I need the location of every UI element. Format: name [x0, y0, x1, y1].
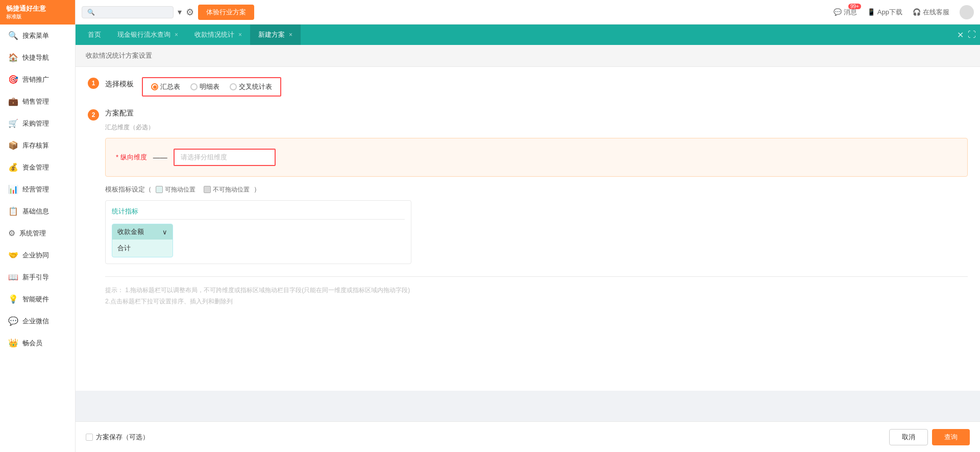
draggable-label: 可拖动位置: [165, 185, 195, 194]
metrics-close-paren: ）: [254, 185, 260, 194]
tab-collection[interactable]: 收款情况统计 ×: [186, 25, 250, 45]
sidebar-item-label: 企业微信: [22, 317, 49, 326]
purchase-icon: 🛒: [8, 118, 18, 128]
tab-close-icon[interactable]: ×: [175, 31, 178, 38]
logo-sub: 标准版: [6, 13, 46, 20]
metrics-title: 统计指标: [112, 207, 405, 220]
message-icon: 💬: [834, 8, 842, 16]
query-button[interactable]: 查询: [932, 429, 970, 445]
sidebar-item-hardware[interactable]: 💡 智能硬件: [0, 288, 75, 310]
sidebar-item-sales[interactable]: 💼 销售管理: [0, 90, 75, 112]
sidebar-item-finance[interactable]: 💰 资金管理: [0, 156, 75, 178]
step1-badge: 1: [88, 78, 99, 89]
main-area: 🔍 ▾ ⚙ 体验行业方案 💬 消息 99+ 📱 App下载 🎧 在线客服: [76, 0, 980, 452]
tab-label: 首页: [88, 30, 101, 39]
logo-text: 畅捷通好生意: [6, 4, 46, 13]
sidebar-item-wechat[interactable]: 💬 企业微信: [0, 310, 75, 332]
toggle-draggable: 可拖动位置: [156, 185, 195, 194]
radio-dot: [153, 85, 157, 89]
dropdown-icon[interactable]: ▾: [178, 7, 182, 17]
content-area: 收款情况统计方案设置 1 选择模板: [76, 45, 980, 421]
download-icon: 📱: [867, 8, 875, 16]
tab-home[interactable]: 首页: [80, 25, 109, 45]
page-breadcrumb: 收款情况统计方案设置: [76, 45, 980, 67]
hardware-icon: 💡: [8, 294, 18, 304]
sidebar-item-guide[interactable]: 📖 新手引导: [0, 266, 75, 288]
metric-dropdown-icon[interactable]: ∨: [162, 228, 167, 236]
sidebar-item-enterprise[interactable]: 🤝 企业协同: [0, 244, 75, 266]
sidebar-item-label: 系统管理: [19, 229, 46, 238]
search-icon: 🔍: [8, 31, 18, 40]
form-section: 1 选择模板 汇总表: [76, 67, 980, 329]
sidebar-item-marketing[interactable]: 🎯 营销推广: [0, 68, 75, 90]
dimension-row: * 纵向维度 —— 请选择分组维度: [116, 149, 957, 166]
marketing-icon: 🎯: [8, 75, 18, 84]
close-window-icon[interactable]: ✕: [957, 30, 964, 40]
metrics-header: 模板指标设定（ 可拖动位置 不可拖动位置 ）: [105, 185, 968, 194]
management-icon: 📊: [8, 184, 18, 194]
metric-card-sub: 合计: [117, 244, 131, 252]
header: 🔍 ▾ ⚙ 体验行业方案 💬 消息 99+ 📱 App下载 🎧 在线客服: [76, 0, 980, 25]
inventory-icon: 📦: [8, 140, 18, 150]
settings-icon[interactable]: ⚙: [186, 7, 194, 18]
download-btn[interactable]: 📱 App下载: [867, 8, 902, 17]
sidebar-item-management[interactable]: 📊 经营管理: [0, 178, 75, 200]
cancel-button[interactable]: 取消: [889, 429, 928, 445]
tab-close-icon[interactable]: ×: [289, 31, 292, 38]
sidebar-item-purchase[interactable]: 🛒 采购管理: [0, 112, 75, 134]
tab-new-plan[interactable]: 新建方案 ×: [250, 25, 301, 45]
sidebar-item-label: 销售管理: [22, 97, 49, 106]
tab-bar: 首页 现金银行流水查询 × 收款情况统计 × 新建方案 × ✕ ⛶: [76, 25, 980, 45]
tab-label: 收款情况统计: [194, 30, 234, 39]
sidebar-item-basics[interactable]: 📋 基础信息: [0, 200, 75, 222]
nodrag-label: 不可拖动位置: [213, 185, 250, 194]
dimension-placeholder: 请选择分组维度: [181, 153, 227, 161]
radio-label: 汇总表: [160, 82, 180, 91]
dimension-area: * 纵向维度 —— 请选择分组维度: [105, 138, 968, 177]
guide-icon: 📖: [8, 272, 18, 282]
radio-circle: [151, 83, 158, 90]
save-checkbox[interactable]: 方案保存（可选）: [86, 433, 149, 442]
sidebar-item-member[interactable]: 👑 畅会员: [0, 332, 75, 354]
radio-cross[interactable]: 交叉统计表: [230, 82, 272, 91]
wechat-icon: 💬: [8, 316, 18, 326]
metrics-section: 模板指标设定（ 可拖动位置 不可拖动位置 ）: [105, 185, 968, 264]
sidebar-item-label: 畅会员: [22, 339, 42, 348]
sidebar-item-label: 资金管理: [22, 163, 49, 172]
message-btn[interactable]: 💬 消息 99+: [834, 8, 857, 17]
sidebar: 畅捷通好生意 标准版 🔍 搜索菜单 🏠 快捷导航 🎯 营销推广 💼 销售管理 🛒…: [0, 0, 76, 452]
tab-cashflow[interactable]: 现金银行流水查询 ×: [109, 25, 186, 45]
dimension-arrow: ——: [153, 153, 167, 161]
finance-icon: 💰: [8, 162, 18, 172]
tab-bar-actions: ✕ ⛶: [957, 30, 976, 40]
tab-close-icon[interactable]: ×: [238, 31, 242, 38]
tips-line1: 提示： 1.拖动标题栏可以调整布局，不可跨维度或指标区域拖动栏目字段(只能在同一…: [105, 285, 968, 296]
basics-icon: 📋: [8, 206, 18, 216]
tab-label: 新建方案: [258, 30, 285, 39]
sidebar-item-label: 采购管理: [22, 119, 49, 128]
search-input-area[interactable]: 🔍: [82, 6, 174, 18]
step2-title: 方案配置: [105, 109, 968, 118]
tab-label: 现金银行流水查询: [117, 30, 170, 39]
sidebar-item-inventory[interactable]: 📦 库存核算: [0, 134, 75, 156]
user-avatar[interactable]: [960, 5, 974, 19]
member-icon: 👑: [8, 338, 18, 348]
sidebar-item-label: 快捷导航: [22, 53, 49, 62]
service-btn[interactable]: 🎧 在线客服: [913, 8, 949, 17]
tips-section: 提示： 1.拖动标题栏可以调整布局，不可跨维度或指标区域拖动栏目字段(只能在同一…: [105, 276, 968, 307]
toggle-nodrag: 不可拖动位置: [204, 185, 250, 194]
metrics-label-text: 模板指标设定（: [105, 185, 152, 194]
sidebar-item-label: 营销推广: [22, 75, 49, 84]
sidebar-item-nav[interactable]: 🏠 快捷导航: [0, 46, 75, 68]
content-inner: 收款情况统计方案设置 1 选择模板: [76, 45, 980, 391]
step2-content: 方案配置 汇总维度（必选） * 纵向维度 ——: [105, 109, 968, 307]
dimension-select[interactable]: 请选择分组维度: [174, 149, 276, 166]
expand-icon[interactable]: ⛶: [968, 30, 976, 39]
trial-btn[interactable]: 体验行业方案: [198, 5, 254, 20]
radio-detail[interactable]: 明细表: [190, 82, 219, 91]
sidebar-item-system[interactable]: ⚙ 系统管理: [0, 222, 75, 244]
bottom-btn-group: 取消 查询: [889, 429, 970, 445]
sidebar-item-search[interactable]: 🔍 搜索菜单: [0, 25, 75, 46]
step2: 2 方案配置 汇总维度（必选） * 纵向维度 ——: [88, 109, 968, 307]
radio-summary[interactable]: 汇总表: [151, 82, 180, 91]
